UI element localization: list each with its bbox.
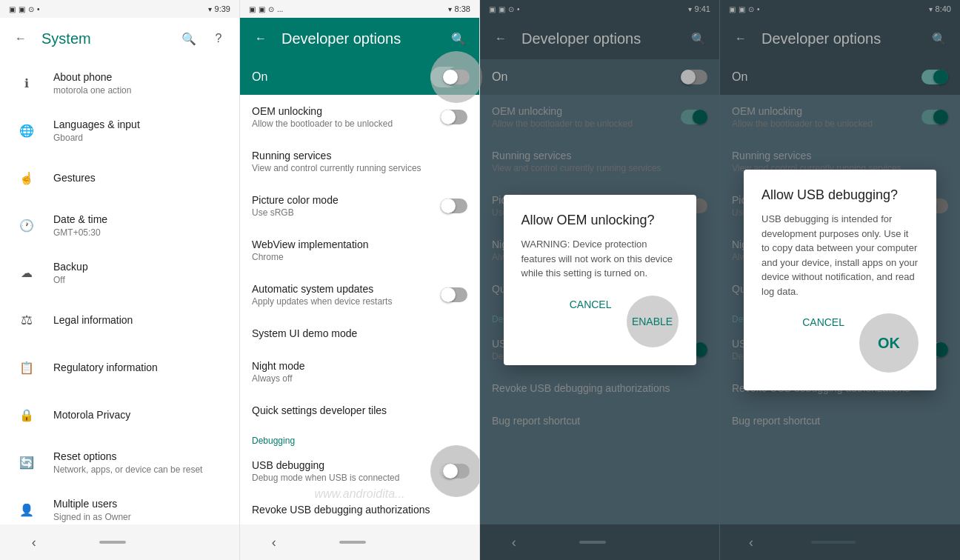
oem-toggle-inner bbox=[443, 70, 470, 84]
dev-item-running[interactable]: Running services View and control curren… bbox=[240, 139, 479, 184]
settings-item-users[interactable]: 👤 Multiple users Signed in as Owner bbox=[0, 486, 239, 524]
status-icons-left: ▣ ▣ ⊙ • bbox=[9, 5, 40, 13]
security-icon: ⊙ bbox=[28, 5, 34, 13]
dev-item-usb[interactable]: USB debugging Debug mode when USB is con… bbox=[240, 449, 479, 493]
nav-bar-2: ‹ bbox=[240, 524, 479, 560]
privacy-icon: 🔒 bbox=[12, 400, 41, 430]
wifi2-icon: ▾ bbox=[448, 5, 452, 13]
oem-enable-circle: Enable bbox=[627, 296, 679, 347]
dev-options-oem-panel: ▣ ▣ ⊙ • ▾ 9:41 ← Developer options 🔍 On … bbox=[480, 0, 720, 560]
picture-toggle[interactable] bbox=[441, 199, 467, 213]
status-bar-2: ▣ ▣ ⊙ ... ▾ 8:38 bbox=[240, 0, 479, 18]
dots2-icon: ... bbox=[277, 5, 283, 13]
datetime-icon: 🕐 bbox=[12, 210, 41, 240]
reset-icon: 🔄 bbox=[12, 447, 41, 477]
usb-circle-overlay bbox=[430, 445, 479, 497]
oem-enable-button[interactable]: Enable bbox=[629, 313, 676, 330]
usb-ok-circle: OK bbox=[859, 313, 919, 373]
system-title: System bbox=[41, 30, 168, 47]
settings-item-legal[interactable]: ⚖ Legal information bbox=[0, 296, 239, 344]
sim-icon: ▣ bbox=[9, 5, 16, 13]
oem-dialog: Allow OEM unlocking? WARNING: Device pro… bbox=[504, 195, 696, 365]
dev-title: Developer options bbox=[281, 30, 438, 47]
nav-indicator-2 bbox=[339, 541, 366, 544]
wifi-icon: ▾ bbox=[208, 5, 212, 13]
dot-icon: • bbox=[37, 5, 40, 13]
usb-dialog-actions: Cancel OK bbox=[761, 313, 919, 373]
oem-toggle[interactable] bbox=[441, 110, 467, 124]
status-icons-left-2: ▣ ▣ ⊙ ... bbox=[249, 5, 283, 13]
settings-item-regulatory[interactable]: 📋 Regulatory information bbox=[0, 344, 239, 391]
settings-item-reset[interactable]: 🔄 Reset options Network, apps, or device… bbox=[0, 439, 239, 486]
status-icons-right: ▾ 9:39 bbox=[208, 4, 230, 13]
security2-icon: ⊙ bbox=[268, 5, 274, 13]
autoupdate-toggle[interactable] bbox=[441, 287, 467, 302]
oem-dialog-container: Allow OEM unlocking? WARNING: Device pro… bbox=[480, 0, 719, 560]
oem-cancel-button[interactable]: Cancel bbox=[567, 296, 615, 347]
dev-item-oem[interactable]: OEM unlocking Allow the bootloader to be… bbox=[240, 95, 479, 139]
oem-toggle-knob bbox=[443, 70, 458, 84]
usb-dialog: Allow USB debugging? USB debugging is in… bbox=[744, 170, 936, 390]
toggle-circle-overlay bbox=[430, 51, 482, 103]
back-nav-btn[interactable]: ‹ bbox=[32, 535, 36, 550]
dev-item-autoupdate[interactable]: Automatic system updates Apply updates w… bbox=[240, 273, 479, 317]
status-bar-1: ▣ ▣ ⊙ • ▾ 9:39 bbox=[0, 0, 239, 18]
users-icon: 👤 bbox=[12, 495, 41, 524]
on-toggle-container bbox=[430, 67, 467, 87]
sd2-icon: ▣ bbox=[259, 5, 265, 13]
about-title: About phone bbox=[53, 70, 227, 84]
dev-item-picture[interactable]: Picture color mode Use sRGB bbox=[240, 184, 479, 228]
sd-icon: ▣ bbox=[19, 5, 25, 13]
developer-options-panel: ▣ ▣ ⊙ ... ▾ 8:38 ← Developer options 🔍 O… bbox=[240, 0, 480, 560]
oem-dialog-title: Allow OEM unlocking? bbox=[521, 213, 679, 228]
usb-dialog-title: Allow USB debugging? bbox=[761, 187, 919, 203]
dev-item-quicksettings[interactable]: Quick settings developer tiles bbox=[240, 394, 479, 427]
usb-ok-button[interactable]: OK bbox=[875, 332, 903, 355]
dev-settings-list: OEM unlocking Allow the bootloader to be… bbox=[240, 95, 479, 524]
oem-dialog-actions: Cancel Enable bbox=[521, 296, 679, 347]
nav-indicator-1 bbox=[99, 541, 126, 544]
dev-item-webview[interactable]: WebView implementation Chrome bbox=[240, 228, 479, 273]
about-icon: ℹ bbox=[12, 68, 41, 98]
settings-item-backup[interactable]: ☁ Backup Off bbox=[0, 249, 239, 296]
on-bar-2: On bbox=[240, 59, 479, 95]
settings-item-about[interactable]: ℹ About phone motorola one action bbox=[0, 59, 239, 107]
regulatory-icon: 📋 bbox=[12, 353, 41, 382]
usb-dialog-body: USB debugging is intended for developmen… bbox=[761, 212, 919, 299]
search-icon-2[interactable]: 🔍 bbox=[450, 30, 467, 47]
oem-dialog-body: WARNING: Device protection features will… bbox=[521, 237, 679, 281]
status-icons-right-2: ▾ 8:38 bbox=[448, 4, 470, 13]
back-icon[interactable]: ← bbox=[12, 30, 30, 47]
on-label-2: On bbox=[252, 70, 267, 84]
dev-topbar: ← Developer options 🔍 bbox=[240, 18, 479, 59]
sim2-icon: ▣ bbox=[249, 5, 256, 13]
dev-item-night[interactable]: Night mode Always off bbox=[240, 350, 479, 394]
settings-item-language[interactable]: 🌐 Languages & input Gboard bbox=[0, 107, 239, 154]
legal-icon: ⚖ bbox=[12, 305, 41, 335]
status-time-2: 8:38 bbox=[455, 4, 470, 13]
nav-bar-1: ‹ bbox=[0, 524, 239, 560]
settings-item-datetime[interactable]: 🕐 Date & time GMT+05:30 bbox=[0, 201, 239, 249]
settings-item-gestures[interactable]: ☝ Gestures bbox=[0, 154, 239, 201]
search-icon[interactable]: 🔍 bbox=[180, 30, 198, 47]
help-icon[interactable]: ? bbox=[210, 30, 227, 47]
language-icon: 🌐 bbox=[12, 116, 41, 145]
back-icon-2[interactable]: ← bbox=[252, 30, 270, 47]
usb-cancel-button[interactable]: Cancel bbox=[799, 313, 847, 373]
system-topbar: ← System 🔍 ? bbox=[0, 18, 239, 59]
system-settings-list: ℹ About phone motorola one action 🌐 Lang… bbox=[0, 59, 239, 524]
dev-options-usb-panel: ▣ ▣ ⊙ • ▾ 8:40 ← Developer options 🔍 On … bbox=[720, 0, 960, 560]
dev-item-demo[interactable]: System UI demo mode bbox=[240, 317, 479, 350]
back-nav-btn-2[interactable]: ‹ bbox=[272, 535, 276, 550]
settings-item-privacy[interactable]: 🔒 Motorola Privacy bbox=[0, 391, 239, 439]
status-time-1: 9:39 bbox=[215, 4, 230, 13]
usb-dialog-container: Allow USB debugging? USB debugging is in… bbox=[720, 0, 960, 560]
debugging-label: Debugging bbox=[240, 427, 479, 449]
system-settings-panel: ▣ ▣ ⊙ • ▾ 9:39 ← System 🔍 ? ℹ About phon… bbox=[0, 0, 240, 560]
about-subtitle: motorola one action bbox=[53, 85, 227, 96]
backup-icon: ☁ bbox=[12, 258, 41, 287]
gestures-icon: ☝ bbox=[12, 163, 41, 193]
dev-item-revoke[interactable]: Revoke USB debugging authorizations bbox=[240, 493, 479, 524]
